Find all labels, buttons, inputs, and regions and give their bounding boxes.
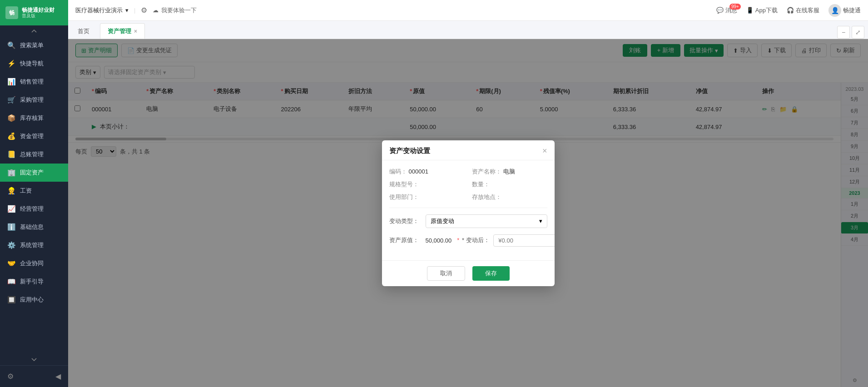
modal-header: 资产变动设置 × (382, 140, 555, 160)
apps-icon: 🔲 (7, 296, 15, 304)
info-icon: ℹ️ (7, 223, 15, 231)
company-selector[interactable]: 医疗器械行业演示 ▾ (75, 6, 129, 15)
search-icon: 🔍 (7, 41, 15, 50)
sidebar-scroll-down[interactable] (0, 354, 68, 365)
modal-change-type-row: 变动类型： 原值变动 ▾ (389, 214, 547, 228)
main-content: 医疗器械行业演示 ▾ | ⚙ ☁ 我要体验一下 💬 消息 99+ 📱 App下载… (68, 0, 868, 387)
topbar: 医疗器械行业演示 ▾ | ⚙ ☁ 我要体验一下 💬 消息 99+ 📱 App下载… (68, 0, 868, 21)
tabs-right-controls: − ⤢ (837, 26, 868, 39)
building-icon: 🏢 (7, 169, 15, 177)
worker-icon: 👷 (7, 187, 15, 195)
avatar: 👤 (828, 4, 841, 17)
collapse-icon[interactable]: ◀ (55, 372, 61, 381)
topbar-right: 💬 消息 99+ 📱 App下载 🎧 在线客服 👤 畅捷通 (716, 4, 861, 17)
tab-close-icon[interactable]: × (134, 28, 137, 35)
after-change-field: * * 变动后： (457, 234, 554, 247)
logo-icon: 畅 (5, 6, 18, 19)
sidebar-item-collaboration[interactable]: 🤝 企业协同 (0, 254, 68, 273)
sidebar-scroll-up[interactable] (0, 25, 68, 36)
save-button[interactable]: 保存 (472, 266, 510, 281)
modal-close-button[interactable]: × (542, 147, 547, 155)
download-icon: 📱 (746, 7, 754, 14)
sidebar-item-inventory[interactable]: 📦 库存核算 (0, 109, 68, 127)
modal-title: 资产变动设置 (389, 147, 430, 155)
chart-icon: 📊 (7, 78, 15, 86)
modal-location: 存放地点： (472, 193, 547, 201)
sidebar-item-ledger[interactable]: 📒 总账管理 (0, 145, 68, 164)
logo-text: 畅捷通好业财 普及版 (22, 7, 55, 19)
sidebar-item-app-center[interactable]: 🔲 应用中心 (0, 291, 68, 309)
sidebar-item-basic-info[interactable]: ℹ️ 基础信息 (0, 218, 68, 236)
sidebar-item-funds[interactable]: 💰 资金管理 (0, 127, 68, 145)
message-icon: 💬 (716, 7, 724, 14)
modal-footer: 取消 保存 (382, 260, 555, 286)
modal-values-row: 资产原值： 50,000.00 * * 变动后： (389, 234, 547, 247)
modal-model: 规格型号： (389, 180, 465, 189)
modal-dept: 使用部门： (389, 193, 465, 201)
sidebar-item-purchase[interactable]: 🛒 采购管理 (0, 91, 68, 109)
app-download-button[interactable]: 📱 App下载 (746, 6, 778, 15)
lightning-icon: ⚡ (7, 60, 15, 68)
required-star: * (457, 237, 459, 243)
sidebar-item-management[interactable]: 📈 经营管理 (0, 200, 68, 218)
tab-minimize-button[interactable]: − (837, 26, 850, 39)
modal-quantity: 数量： (472, 180, 547, 189)
sidebar: 畅 畅捷通好业财 普及版 🔍 搜索菜单 ⚡ 快捷导航 📊 销售管理 🛒 采购管理… (0, 0, 68, 387)
tab-home[interactable]: 首页 (70, 23, 97, 39)
ledger-icon: 📒 (7, 150, 15, 159)
tab-maximize-button[interactable]: ⤢ (852, 26, 864, 39)
customer-service-button[interactable]: 🎧 在线客服 (787, 6, 819, 15)
sidebar-item-sales[interactable]: 📊 销售管理 (0, 73, 68, 91)
trend-icon: 📈 (7, 205, 15, 213)
sidebar-item-payroll[interactable]: 👷 工资 (0, 182, 68, 200)
service-icon: 🎧 (787, 7, 794, 14)
content-area: ⊞ 资产明细 📄 变更生成凭证 刘账 + 新增 批量操作 ▾ (68, 39, 868, 387)
modal-code: 编码： 000001 (389, 168, 465, 176)
modal-asset-name: 资产名称： 电脑 (472, 168, 547, 176)
sidebar-item-fixed-assets[interactable]: 🏢 固定资产 (0, 164, 68, 182)
select-chevron-icon: ▾ (539, 218, 542, 224)
settings-button[interactable]: ⚙ (141, 6, 147, 15)
topbar-divider: | (134, 7, 135, 14)
sidebar-item-guide[interactable]: 📖 新手引导 (0, 273, 68, 291)
chevron-down-icon: ▾ (125, 7, 129, 14)
user-button[interactable]: 👤 畅捷通 (828, 4, 861, 17)
cart-icon: 🛒 (7, 96, 15, 104)
sidebar-menu: 🔍 搜索菜单 ⚡ 快捷导航 📊 销售管理 🛒 采购管理 📦 库存核算 💰 资金管… (0, 36, 68, 354)
asset-change-modal: 资产变动设置 × 编码： 000001 资产名称： 电脑 (382, 140, 555, 286)
experience-button[interactable]: ☁ 我要体验一下 (153, 6, 197, 15)
tab-asset-mgmt[interactable]: 资产管理 × (100, 23, 145, 39)
sidebar-item-search[interactable]: 🔍 搜索菜单 (0, 36, 68, 55)
message-button[interactable]: 💬 消息 99+ (716, 6, 737, 15)
sidebar-item-system[interactable]: ⚙️ 系统管理 (0, 236, 68, 254)
original-value-field: 资产原值： 50,000.00 (389, 236, 452, 244)
modal-info-grid: 编码： 000001 资产名称： 电脑 规格型号： 数量： (389, 168, 547, 208)
sidebar-item-quick-nav[interactable]: ⚡ 快捷导航 (0, 55, 68, 73)
settings-footer-icon[interactable]: ⚙ (7, 372, 14, 381)
cancel-button[interactable]: 取消 (427, 266, 465, 281)
app-logo: 畅 畅捷通好业财 普及版 (0, 0, 68, 25)
after-change-input[interactable] (493, 234, 554, 247)
box-icon: 📦 (7, 114, 15, 122)
modal-overlay: 资产变动设置 × 编码： 000001 资产名称： 电脑 (68, 39, 868, 387)
money-icon: 💰 (7, 132, 15, 140)
handshake-icon: 🤝 (7, 259, 15, 268)
modal-body: 编码： 000001 资产名称： 电脑 规格型号： 数量： (382, 160, 555, 260)
message-badge: 99+ (729, 4, 741, 10)
change-type-select[interactable]: 原值变动 ▾ (426, 214, 547, 228)
tabs-bar: 首页 资产管理 × − ⤢ (68, 21, 868, 39)
gear-icon: ⚙️ (7, 241, 15, 249)
sidebar-footer: ⚙ ◀ (0, 365, 68, 387)
cloud-icon: ☁ (153, 7, 159, 14)
book-icon: 📖 (7, 278, 15, 286)
